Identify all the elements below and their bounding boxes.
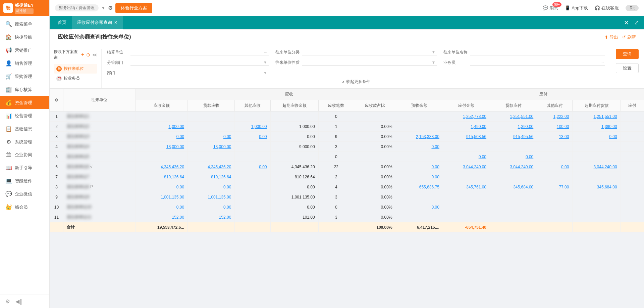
tab-home[interactable]: 首页 xyxy=(52,16,72,30)
field-salesperson-dots[interactable]: ··· xyxy=(600,60,604,65)
filter-action-btns: 查询 设置 xyxy=(610,49,644,88)
summary-ap-other xyxy=(537,222,573,232)
collapse-chevron-icon: ∧ xyxy=(342,80,345,84)
breadcrumb-chevron-icon[interactable]: ▼ xyxy=(101,6,105,10)
table-row: 10某往来单位100.000.000.0000.00%0.00 xyxy=(50,202,644,212)
field-department-input[interactable]: ▼ xyxy=(130,70,269,76)
field-department-caret[interactable]: ▼ xyxy=(263,71,267,75)
sidebar-item-sales[interactable]: 👤 销售管理 xyxy=(0,57,49,70)
filter-settings-icon[interactable]: ⊙ xyxy=(86,52,90,57)
topbar-left: 财务出纳 / 资金管理 ▼ ⚙ 体验行业方案 xyxy=(55,3,539,13)
filter-query-label: 按以下方案查询 xyxy=(54,49,79,60)
table-row: 8某往来单位8 P0.000.000.0040.00%655,636.75345… xyxy=(50,182,644,192)
sidebar-label-basic: 基础信息 xyxy=(15,126,32,132)
sidebar-collapse-btn[interactable]: ◀‖ xyxy=(15,298,22,305)
data-table: ⚙ 往来单位 应收 应付 应收金额 贷款应收 其他应收 超期应收金额 应收笔数 xyxy=(50,88,644,232)
export-button[interactable]: ⬆ 导出 xyxy=(604,34,618,40)
sidebar-label-wechat: 企业微信 xyxy=(15,191,32,197)
topbar-right: 💬 消息 99+ 📱 App下载 🎧 在线客服 Rit xyxy=(543,5,639,11)
sidebar-label-hardware: 智能硬件 xyxy=(15,178,32,184)
filter-collapse-icon[interactable]: ≪ xyxy=(92,52,97,57)
table-row: 3某往来单位30.000.000.000.0090.00%2,153,333.0… xyxy=(50,132,644,142)
table-container[interactable]: ⚙ 往来单位 应收 应付 应收金额 贷款应收 其他应收 超期应收金额 应收笔数 xyxy=(50,88,644,308)
field-dept-caret[interactable]: ▼ xyxy=(263,60,267,65)
scheme-by-unit[interactable]: 畅 按往来单位 xyxy=(54,64,97,74)
topbar-service-btn[interactable]: 🎧 在线客服 xyxy=(595,5,619,11)
filter-collapse-btn[interactable]: ∧ 收起更多条件 xyxy=(342,79,370,85)
sidebar-item-search[interactable]: 🔍 搜索菜单 xyxy=(0,17,49,31)
field-unit-nature-input[interactable]: ▼ xyxy=(302,59,437,66)
tabs-bar: 首页 应收应付余额查询 ✕ ✕ ⤢ xyxy=(50,16,644,30)
table-settings-icon[interactable]: ⚙ xyxy=(55,98,58,102)
col-settings[interactable]: ⚙ xyxy=(50,89,63,112)
filter-collapse-row: ∧ 收起更多条件 xyxy=(107,79,605,85)
sidebar-item-system[interactable]: ⚙ 系统管理 xyxy=(0,135,49,148)
field-unit-type-caret[interactable]: ▼ xyxy=(431,50,435,54)
field-dept-input[interactable]: ▼ xyxy=(130,59,269,66)
marketing-icon: 📢 xyxy=(5,47,12,53)
logo-icon: 畅 xyxy=(3,3,13,13)
topbar-app-btn[interactable]: 📱 App下载 xyxy=(565,5,588,11)
sidebar-item-quicknav[interactable]: 🏠 快捷导航 xyxy=(0,31,49,44)
field-salesperson-input[interactable]: ··· xyxy=(470,59,605,66)
unit-name-text-input[interactable] xyxy=(472,50,604,54)
field-settlement-dots[interactable]: ··· xyxy=(264,50,267,54)
field-unit-nature-caret[interactable]: ▼ xyxy=(431,60,435,65)
filter-add-icon[interactable]: + xyxy=(81,52,84,58)
settings-button[interactable]: 设置 xyxy=(616,63,639,73)
tab-home-label: 首页 xyxy=(58,19,66,26)
scheme-by-staff[interactable]: ⏰ 按业务员 xyxy=(54,74,97,83)
sidebar-item-inventory[interactable]: 🏢 库存核算 xyxy=(0,83,49,96)
sidebar-item-corp[interactable]: 🏛 企业协同 xyxy=(0,148,49,161)
finance-icon: 💰 xyxy=(5,99,12,106)
window-expand-icon[interactable]: ⤢ xyxy=(632,19,641,26)
sidebar-item-finance[interactable]: 💰 资金管理 xyxy=(0,96,49,109)
table-row: 4某往来单位418,000.0018,000.009,000.0030.00%0… xyxy=(50,142,644,152)
filter-field-department: 部门 ▼ xyxy=(107,70,269,76)
topbar-message-btn[interactable]: 💬 消息 99+ xyxy=(543,5,558,11)
sidebar-settings-btn[interactable]: ⚙ xyxy=(5,298,10,305)
summary-row: 合计 19,553,472,6... 100.00% 6,417,215....… xyxy=(50,222,644,232)
summary-ap-amt: -654,751.40 xyxy=(443,222,490,232)
solution-button[interactable]: 体验行业方案 xyxy=(115,3,152,13)
sidebar-item-marketing[interactable]: 📢 营销推广 xyxy=(0,44,49,57)
topbar-user[interactable]: Rit xyxy=(626,5,639,11)
col-ap-loan: 贷款应付 xyxy=(490,100,537,112)
filter-field-salesperson: 业务员 ··· xyxy=(443,59,605,66)
sidebar-item-operation[interactable]: 📊 经营管理 xyxy=(0,109,49,122)
query-button[interactable]: 查询 xyxy=(616,49,639,59)
topbar-gear-icon[interactable]: ⚙ xyxy=(108,5,113,11)
member-icon: 👑 xyxy=(5,204,12,210)
sidebar-item-guide[interactable]: 📖 新手引导 xyxy=(0,161,49,174)
wechat-icon: 💬 xyxy=(5,191,12,197)
refresh-button[interactable]: ↺ 刷新 xyxy=(622,34,636,40)
sidebar-item-purchase[interactable]: 🛒 采购管理 xyxy=(0,70,49,83)
col-ar-other: 其他应收 xyxy=(235,100,270,112)
sidebar-label-member: 畅会员 xyxy=(15,204,28,210)
page-title: 应收应付余额查询(按往来单位) xyxy=(58,34,131,41)
sidebar-footer: ⚙ ◀‖ xyxy=(0,295,49,308)
field-unit-name-input[interactable] xyxy=(470,49,605,55)
filter-field-settlement: 结算单位 ··· xyxy=(107,49,269,55)
main-content: 财务出纳 / 资金管理 ▼ ⚙ 体验行业方案 💬 消息 99+ 📱 App下载 … xyxy=(50,0,644,308)
sidebar-label-purchase: 采购管理 xyxy=(15,74,32,80)
field-settlement-input[interactable]: ··· xyxy=(130,49,269,55)
summary-label: 合计 xyxy=(63,222,136,232)
tab-receivable[interactable]: 应收应付余额查询 ✕ xyxy=(72,16,123,30)
sidebar-item-basic[interactable]: 📋 基础信息 xyxy=(0,122,49,135)
field-unit-type-input[interactable]: ▼ xyxy=(302,49,437,55)
summary-no xyxy=(50,222,63,232)
summary-ar-count xyxy=(318,222,354,232)
sales-icon: 👤 xyxy=(5,60,12,67)
scheme-staff-icon: ⏰ xyxy=(56,76,62,81)
inventory-icon: 🏢 xyxy=(5,86,12,93)
sidebar-label-guide: 新手引导 xyxy=(15,165,32,171)
window-close-icon[interactable]: ✕ xyxy=(621,19,632,27)
tab-close-icon[interactable]: ✕ xyxy=(114,20,117,25)
sidebar-item-wechat[interactable]: 💬 企业微信 xyxy=(0,187,49,201)
sidebar-item-member[interactable]: 👑 畅会员 xyxy=(0,201,49,214)
col-group-receivable: 应收 xyxy=(136,89,443,100)
summary-ar-ratio: 100.00% xyxy=(354,222,396,232)
sidebar-item-hardware[interactable]: 💻 智能硬件 xyxy=(0,174,49,187)
sidebar-label-marketing: 营销推广 xyxy=(15,47,32,53)
